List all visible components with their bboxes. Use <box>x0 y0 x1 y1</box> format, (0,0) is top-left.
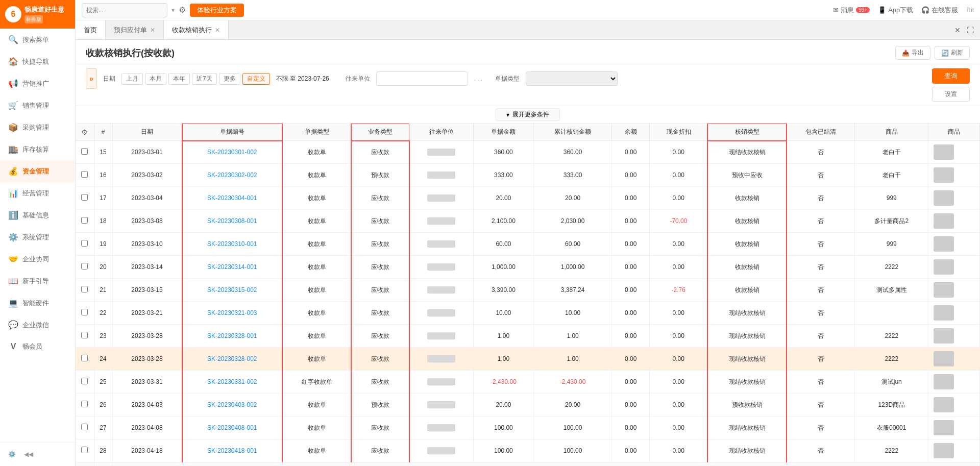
row-checkbox[interactable] <box>81 447 88 453</box>
messages-button[interactable]: ✉ 消息 99+ <box>833 6 870 15</box>
bill-no-link[interactable]: SK-20230310-001 <box>207 240 257 248</box>
sidebar-settings-btn[interactable]: ⚙️ ◀◀ <box>0 447 75 462</box>
bill-no-link[interactable]: SK-20230315-002 <box>207 286 257 293</box>
app-download-button[interactable]: 📱 App下载 <box>878 6 913 15</box>
cell-check[interactable] <box>76 279 94 302</box>
sidebar-item-search[interactable]: 🔍 搜索菜单 <box>0 29 75 51</box>
cell-bill-no[interactable]: SK-20230310-001 <box>182 233 283 256</box>
cell-check[interactable] <box>76 302 94 325</box>
th-gear[interactable]: ⚙ <box>76 124 94 141</box>
date-this-year-btn[interactable]: 本年 <box>168 73 190 85</box>
online-service-button[interactable]: 🎧 在线客服 <box>921 6 958 15</box>
cell-bill-no[interactable]: SK-20230408-001 <box>182 416 283 439</box>
cell-bill-no[interactable]: SK-20230331-002 <box>182 371 283 394</box>
date-more-btn[interactable]: 更多 <box>219 73 240 85</box>
date-7days-btn[interactable]: 近7天 <box>192 73 217 85</box>
bill-no-link[interactable]: SK-20230321-003 <box>207 309 257 316</box>
cell-check[interactable] <box>76 141 94 164</box>
row-checkbox[interactable] <box>81 401 88 407</box>
cell-check[interactable] <box>76 394 94 416</box>
cell-bill-no[interactable]: SK-20230301-002 <box>182 141 283 164</box>
tab-maximize-btn[interactable]: ⛶ <box>965 24 976 36</box>
sidebar-item-basic[interactable]: ℹ️ 基础信息 <box>0 204 75 226</box>
row-checkbox[interactable] <box>81 378 88 384</box>
row-checkbox[interactable] <box>81 171 88 178</box>
export-button[interactable]: 📤 导出 <box>895 46 930 60</box>
row-checkbox[interactable] <box>81 217 88 224</box>
expand-more-btn[interactable]: ▾ 展开更多条件 <box>496 108 560 121</box>
tab-home[interactable]: 首页 <box>76 20 106 39</box>
topbar-gear-icon[interactable]: ⚙ <box>179 5 186 15</box>
cell-check[interactable] <box>76 348 94 371</box>
sidebar-item-wechat[interactable]: 💬 企业微信 <box>0 314 75 336</box>
sidebar-item-quicknav[interactable]: 🏠 快捷导航 <box>0 51 75 72</box>
sidebar-item-finance[interactable]: 💰 资金管理 <box>0 160 75 182</box>
tab-collection[interactable]: 收款核销执行 ✕ <box>164 20 229 39</box>
refresh-button[interactable]: 🔄 刷新 <box>935 46 970 60</box>
cell-bill-no[interactable]: SK-20230403-002 <box>182 394 283 416</box>
bill-no-link[interactable]: SK-20230331-002 <box>207 378 257 385</box>
bill-no-link[interactable]: SK-20230314-001 <box>207 263 257 271</box>
bill-no-link[interactable]: SK-20230328-001 <box>207 332 257 339</box>
bill-no-link[interactable]: SK-20230308-001 <box>207 217 257 225</box>
cell-check[interactable] <box>76 256 94 279</box>
bill-no-link[interactable]: SK-20230403-002 <box>207 401 257 408</box>
sidebar-item-marketing[interactable]: 📢 营销推广 <box>0 72 75 94</box>
bill-no-link[interactable]: SK-20230302-002 <box>207 171 257 179</box>
sidebar-item-hardware[interactable]: 💻 智能硬件 <box>0 292 75 314</box>
cell-check[interactable] <box>76 439 94 462</box>
bill-no-link[interactable]: SK-20230408-001 <box>207 424 257 431</box>
dropdown-arrow-icon[interactable]: ▾ <box>172 7 175 14</box>
row-checkbox[interactable] <box>81 332 88 338</box>
cell-check[interactable] <box>76 210 94 233</box>
tab-collection-close[interactable]: ✕ <box>215 27 220 34</box>
bill-no-link[interactable]: SK-20230418-001 <box>207 447 257 454</box>
tab-close-btn[interactable]: ✕ <box>952 24 963 36</box>
sidebar-item-operations[interactable]: 📊 经营管理 <box>0 182 75 204</box>
cell-bill-no[interactable]: SK-20230314-001 <box>182 256 283 279</box>
counterpart-input[interactable] <box>376 71 468 86</box>
cell-bill-no[interactable]: SK-20230418-001 <box>182 439 283 462</box>
bill-no-link[interactable]: SK-20230328-002 <box>207 355 257 362</box>
query-button[interactable]: 查询 <box>932 68 970 84</box>
expand-more-bar[interactable]: ▾ 展开更多条件 <box>76 106 980 124</box>
sidebar-item-guide[interactable]: 📖 新手引导 <box>0 270 75 292</box>
filter-expand-toggle[interactable]: » <box>86 68 97 89</box>
cell-check[interactable] <box>76 371 94 394</box>
sidebar-item-member[interactable]: V 畅会员 <box>0 336 75 357</box>
sidebar-item-purchase[interactable]: 📦 采购管理 <box>0 116 75 138</box>
cell-bill-no[interactable]: SK-20230308-001 <box>182 210 283 233</box>
date-custom-btn[interactable]: 自定义 <box>242 73 270 85</box>
cell-bill-no[interactable]: SK-20230304-001 <box>182 187 283 210</box>
bill-no-link[interactable]: SK-20230301-002 <box>207 149 257 156</box>
row-checkbox[interactable] <box>81 194 88 201</box>
cell-bill-no[interactable]: SK-20230328-001 <box>182 325 283 348</box>
row-checkbox[interactable] <box>81 148 88 155</box>
cell-check[interactable] <box>76 187 94 210</box>
tab-receivable-close[interactable]: ✕ <box>150 27 155 34</box>
industry-solution-button[interactable]: 体验行业方案 <box>190 4 244 17</box>
topbar-search-input[interactable] <box>82 3 167 17</box>
bill-type-select[interactable] <box>526 71 618 86</box>
row-checkbox[interactable] <box>81 424 88 430</box>
cell-bill-no[interactable]: SK-20230321-003 <box>182 302 283 325</box>
date-last-month-btn[interactable]: 上月 <box>121 73 143 85</box>
cell-bill-no[interactable]: SK-20230302-002 <box>182 164 283 187</box>
cell-check[interactable] <box>76 325 94 348</box>
row-checkbox[interactable] <box>81 286 88 292</box>
row-checkbox[interactable] <box>81 309 88 315</box>
row-checkbox[interactable] <box>81 263 88 269</box>
cell-bill-no[interactable]: SK-20230315-002 <box>182 279 283 302</box>
cell-check[interactable] <box>76 233 94 256</box>
date-this-month-btn[interactable]: 本月 <box>145 73 166 85</box>
row-checkbox[interactable] <box>81 240 88 247</box>
cell-check[interactable] <box>76 416 94 439</box>
settings-button[interactable]: 设置 <box>932 87 970 102</box>
sidebar-item-system[interactable]: ⚙️ 系统管理 <box>0 226 75 248</box>
cell-bill-no[interactable]: SK-20230328-002 <box>182 348 283 371</box>
row-checkbox[interactable] <box>81 355 88 361</box>
tab-receivable[interactable]: 预归应付单 ✕ <box>106 20 164 39</box>
cell-check[interactable] <box>76 164 94 187</box>
bill-no-link[interactable]: SK-20230304-001 <box>207 194 257 202</box>
sidebar-item-sales[interactable]: 🛒 销售管理 <box>0 94 75 116</box>
